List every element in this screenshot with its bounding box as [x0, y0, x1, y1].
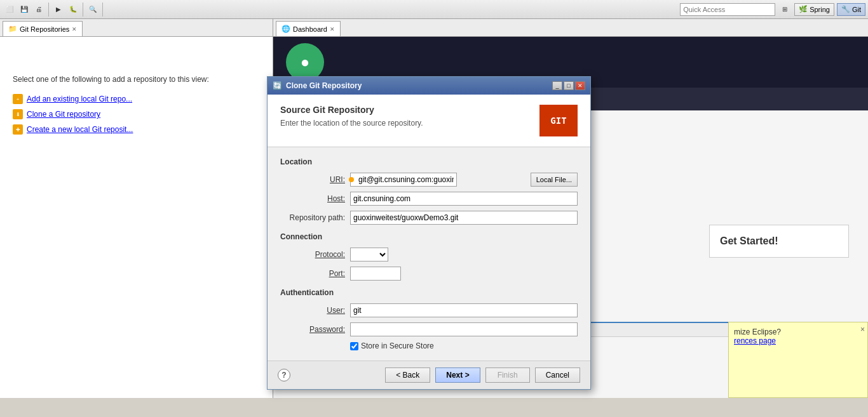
dialog-titlebar: 🔄 Clone Git Repository _ □ ✕ [268, 77, 590, 95]
host-row: Host: [280, 192, 578, 206]
clone-icon: ⬇ [13, 109, 23, 119]
perspective-git[interactable]: 🔧 Git [837, 3, 865, 16]
notification-link[interactable]: rences page [734, 336, 776, 345]
repo-path-label: Repository path: [280, 213, 350, 222]
left-tabbar: 📁 Git Repositories ✕ [0, 19, 273, 37]
user-row: User: [280, 303, 578, 317]
dialog-controls: _ □ ✕ [552, 81, 585, 90]
uri-input[interactable] [350, 173, 457, 187]
finish-btn[interactable]: Finish [485, 367, 530, 383]
dialog-minimize-btn[interactable]: _ [552, 81, 562, 90]
next-btn[interactable]: Next > [435, 367, 480, 383]
main-area: 📁 Git Repositories ✕ Select one of the f… [0, 19, 868, 398]
perspective-spring[interactable]: 🌿 Spring [794, 3, 834, 16]
tab-git-repositories[interactable]: 📁 Git Repositories ✕ [3, 21, 83, 36]
layout-btn[interactable]: ⊞ [778, 3, 792, 17]
link-create-label[interactable]: Create a new local Git reposit... [27, 125, 133, 134]
dashboard-tab-icon: 🌐 [281, 25, 290, 33]
tab-dashboard[interactable]: 🌐 Dashboard ✕ [276, 21, 341, 36]
link-add-existing-label[interactable]: Add an existing local Git repo... [27, 95, 132, 103]
create-icon: ✚ [13, 124, 23, 135]
git-repo-tab-close[interactable]: ✕ [72, 26, 77, 32]
protocol-select[interactable] [350, 248, 388, 261]
get-started-box: Get Started! [709, 225, 849, 258]
link-add-existing[interactable]: + Add an existing local Git repo... [13, 94, 260, 104]
toolbar-btn-print[interactable]: 🖨 [32, 3, 46, 17]
toolbar-btn-debug[interactable]: 🐛 [66, 3, 80, 17]
git-logo: GIT [539, 105, 578, 136]
password-row: Password: [280, 322, 578, 336]
add-existing-icon: + [13, 94, 23, 104]
repo-path-row: Repository path: [280, 211, 578, 225]
local-file-btn[interactable]: Local File... [531, 173, 578, 187]
dialog-body: Location URI: Local File... Host: [268, 147, 590, 361]
dialog-maximize-btn[interactable]: □ [564, 81, 574, 90]
dialog-title-area: 🔄 Clone Git Repository [273, 81, 362, 90]
toolbar-btn-run[interactable]: ▶ [51, 3, 65, 17]
toolbar-group-2: ▶ 🐛 [51, 3, 83, 17]
perspective-spring-label: Spring [810, 6, 830, 13]
uri-label: URI: [280, 175, 350, 184]
perspective-git-label: Git [852, 6, 861, 13]
protocol-row: Protocol: [280, 248, 578, 261]
dashboard-tab-close[interactable]: ✕ [330, 26, 335, 32]
git-icon: 🔧 [841, 5, 850, 13]
password-input[interactable] [350, 322, 578, 336]
dashboard-tab-label: Dashboard [293, 25, 327, 33]
dashboard-logo: ● [286, 43, 324, 81]
left-panel: 📁 Git Repositories ✕ Select one of the f… [0, 19, 273, 398]
user-label: User: [280, 306, 350, 315]
cancel-btn[interactable]: Cancel [535, 367, 580, 383]
port-row: Port: [280, 267, 578, 281]
secure-store-label[interactable]: Store in Secure Store [361, 341, 434, 350]
notification-text: mize Eclipse? rences page [734, 328, 862, 345]
port-label: Port: [280, 269, 350, 278]
left-panel-instruction: Select one of the following to add a rep… [13, 75, 260, 84]
host-label: Host: [280, 194, 350, 203]
secure-store-row: Store in Secure Store [350, 341, 578, 350]
dialog-footer: ? < Back Next > Finish Cancel [268, 361, 590, 389]
git-repo-tab-label: Git Repositories [20, 25, 69, 33]
host-input[interactable] [350, 192, 578, 206]
protocol-label: Protocol: [280, 250, 350, 259]
link-create-new[interactable]: ✚ Create a new local Git reposit... [13, 124, 260, 135]
uri-input-wrap [350, 173, 528, 187]
dialog-title: Clone Git Repository [286, 81, 362, 90]
back-btn[interactable]: < Back [385, 367, 430, 383]
spring-icon: 🌿 [799, 5, 808, 13]
dialog-header-subtitle: Enter the location of the source reposit… [280, 119, 423, 128]
dialog-close-btn[interactable]: ✕ [575, 81, 585, 90]
port-input[interactable] [350, 267, 401, 281]
dialog-git-icon: 🔄 [273, 81, 282, 90]
location-section-title: Location [280, 157, 578, 166]
dialog-header: Source Git Repository Enter the location… [268, 95, 590, 147]
toolbar-btn-new[interactable]: ⬜ [3, 3, 17, 17]
uri-row: URI: Local File... [280, 173, 578, 187]
toolbar-group-3: 🔍 [86, 3, 103, 17]
notification-close[interactable]: × [860, 325, 865, 334]
toolbar-group-1: ⬜ 💾 🖨 [3, 3, 49, 17]
help-btn[interactable]: ? [278, 369, 290, 381]
dialog-header-title: Source Git Repository [280, 105, 423, 115]
link-clone[interactable]: ⬇ Clone a Git repository [13, 109, 260, 119]
git-repo-tab-icon: 📁 [8, 25, 17, 33]
left-panel-content: Select one of the following to add a rep… [0, 37, 273, 152]
link-clone-label[interactable]: Clone a Git repository [27, 110, 100, 119]
notification-box: × mize Eclipse? rences page [728, 322, 868, 398]
user-input[interactable] [350, 303, 578, 317]
quick-access-input[interactable] [680, 3, 775, 16]
toolbar-btn-search[interactable]: 🔍 [86, 3, 100, 17]
get-started-title: Get Started! [720, 235, 838, 247]
dashboard-tabbar: 🌐 Dashboard ✕ [273, 19, 868, 37]
repo-path-input[interactable] [350, 211, 578, 225]
uri-warning-indicator [349, 177, 354, 182]
secure-store-checkbox[interactable] [350, 342, 358, 350]
password-label: Password: [280, 325, 350, 334]
clone-git-dialog: 🔄 Clone Git Repository _ □ ✕ Source Git … [267, 76, 591, 390]
quick-access-container: ⊞ 🌿 Spring 🔧 Git [680, 3, 865, 17]
main-toolbar: ⬜ 💾 🖨 ▶ 🐛 🔍 ⊞ 🌿 Spring 🔧 Git [0, 0, 868, 19]
auth-section-title: Authentication [280, 288, 578, 297]
connection-section-title: Connection [280, 232, 578, 241]
toolbar-btn-save[interactable]: 💾 [17, 3, 31, 17]
dialog-header-text: Source Git Repository Enter the location… [280, 105, 423, 128]
